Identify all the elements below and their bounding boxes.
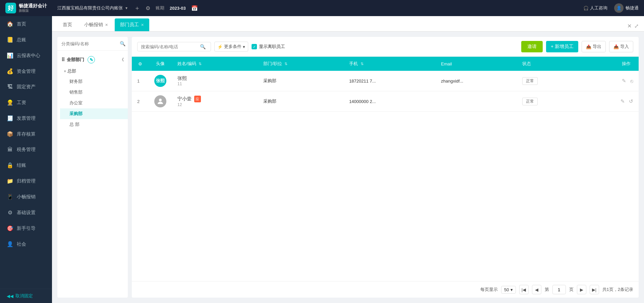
dept-panel: 🔍 ⠿ 全部部门 ✎ 《 ▾ 总部 财务部 xyxy=(57,37,128,298)
edit-employee-icon[interactable]: ✎ xyxy=(622,78,626,84)
prev-page-button[interactable]: ◀ xyxy=(532,285,541,294)
export-button[interactable]: 📤 导出 xyxy=(582,41,606,52)
sidebar-item-expense[interactable]: 📱 小畅报销 xyxy=(0,189,52,205)
sidebar-item-fixed-assets[interactable]: 🏗 固定资产 xyxy=(0,79,52,95)
row-status: 正常 xyxy=(517,71,581,91)
last-page-button[interactable]: ▶| xyxy=(590,285,599,294)
dept-finance[interactable]: 财务部 xyxy=(60,76,128,87)
col-name[interactable]: 姓名/编码 ⇅ xyxy=(172,57,258,71)
add-icon[interactable]: ＋ xyxy=(134,4,140,12)
sidebar-item-tax[interactable]: 🏛 税务管理 xyxy=(0,142,52,157)
close-window-icon[interactable]: ✕ xyxy=(627,23,632,29)
more-filter-button[interactable]: ⚡ 更多条件 ▾ xyxy=(214,42,248,52)
closing-icon: 🔒 xyxy=(7,162,13,168)
row-num: 1 xyxy=(132,71,149,91)
reports-icon: 📊 xyxy=(7,52,13,59)
sidebar-item-guide[interactable]: 🎯 新手引导 xyxy=(0,220,52,236)
company-selector[interactable]: 江西服宝精品有限责任公司内账张 ▾ xyxy=(57,5,127,11)
per-page-select[interactable]: 50 ▾ xyxy=(501,286,516,294)
checkbox-resigned[interactable]: ✓ xyxy=(252,44,257,49)
close-expense-tab-icon[interactable]: ✕ xyxy=(105,23,108,27)
dept-search-icon[interactable]: 🔍 xyxy=(120,41,125,46)
content-area: 首页 小畅报销 ✕ 部门员工 ✕ ✕ ⤢ 🔍 xyxy=(52,16,644,303)
page-content: 🔍 ⠿ 全部部门 ✎ 《 ▾ 总部 财务部 xyxy=(52,32,644,303)
dept-sales[interactable]: 销售部 xyxy=(60,87,128,98)
dept-purchasing[interactable]: 采购部 xyxy=(60,108,128,119)
pin-icon: ◀◀ xyxy=(7,294,13,299)
dept-search-input[interactable] xyxy=(61,41,118,46)
sidebar-label-social: 社会 xyxy=(17,241,26,247)
app-name: 畅捷通好会计 xyxy=(19,3,47,9)
main-layout: 🏠 首页 📒 总账 📊 云报表中心 💰 资金管理 🏗 固定资产 👷 工资 🧾 发… xyxy=(0,16,644,303)
dept-office[interactable]: 办公室 xyxy=(60,98,128,108)
sidebar-item-home[interactable]: 🏠 首页 xyxy=(0,16,52,32)
sidebar-item-closing[interactable]: 🔒 结账 xyxy=(0,157,52,173)
dept-group-headquarters: ▾ 总部 财务部 销售部 办公室 采购部 总 部 xyxy=(57,66,128,130)
close-dept-tab-icon[interactable]: ✕ xyxy=(141,23,144,27)
unpin-button[interactable]: ◀◀ 取消固定 xyxy=(0,289,52,303)
show-resigned-toggle[interactable]: ✓ 显示离职员工 xyxy=(252,44,285,50)
chevron-down-icon: ▾ xyxy=(125,6,127,10)
employee-code: 11 xyxy=(177,82,253,86)
ops-icons: ✎ ↺ xyxy=(586,98,633,104)
invite-button[interactable]: 邀请 xyxy=(521,41,543,52)
sidebar-label-fixed-assets: 固定资产 xyxy=(17,84,36,90)
first-page-button[interactable]: |◀ xyxy=(519,285,529,294)
row-avatar xyxy=(149,91,172,112)
user-info[interactable]: 👤 畅捷通 xyxy=(614,3,639,13)
tab-expense[interactable]: 小畅报销 ✕ xyxy=(79,18,113,31)
edit-employee-icon[interactable]: ✎ xyxy=(621,98,625,104)
add-employee-button[interactable]: + 新增员工 xyxy=(546,41,578,52)
next-page-button[interactable]: ▶ xyxy=(577,285,586,294)
sidebar-item-inventory[interactable]: 📦 库存核算 xyxy=(0,126,52,142)
sidebar-item-reports[interactable]: 📊 云报表中心 xyxy=(0,48,52,63)
row-ops: ✎ ⎋ xyxy=(581,71,639,91)
sidebar-item-archive[interactable]: 📁 归档管理 xyxy=(0,173,52,189)
dept-search-area: 🔍 xyxy=(57,37,128,51)
page-number-input[interactable] xyxy=(552,285,566,294)
col-settings[interactable]: ⚙ xyxy=(132,57,149,71)
employee-table: ⚙ 头像 姓名/编码 ⇅ 部门/职位 ⇅ 手机 ⇅ Email 状态 操作 xyxy=(132,57,639,281)
calendar-icon[interactable]: 📅 xyxy=(191,5,198,11)
col-phone[interactable]: 手机 ⇅ xyxy=(344,57,436,71)
employee-name: 宁小壹 应 xyxy=(177,96,253,102)
dept-group-title-headquarters[interactable]: ▾ 总部 xyxy=(60,66,128,76)
pin-label: 取消固定 xyxy=(15,293,33,299)
tab-dept-employee[interactable]: 部门员工 ✕ xyxy=(115,18,149,31)
employee-search-icon[interactable]: 🔍 xyxy=(200,44,206,49)
sidebar-item-salary[interactable]: 👷 工资 xyxy=(0,95,52,110)
dept-group-label: 总部 xyxy=(67,68,76,74)
employee-search-input[interactable] xyxy=(141,44,198,49)
service-label: 人工咨询 xyxy=(590,5,607,11)
sidebar-item-funds[interactable]: 💰 资金管理 xyxy=(0,63,52,79)
pagination-bar: 每页显示 50 ▾ |◀ ◀ 第 页 ▶ ▶| 共1页，2条记录 xyxy=(132,281,639,298)
sidebar-item-settings[interactable]: ⚙ 基础设置 xyxy=(0,205,52,220)
delete-employee-icon[interactable]: ↺ xyxy=(629,98,633,104)
sidebar-item-ledger[interactable]: 📒 总账 xyxy=(0,32,52,48)
tab-home[interactable]: 首页 xyxy=(57,18,77,31)
logo: 好 畅捷通好会计 旗舰版 xyxy=(5,3,57,13)
logout-employee-icon[interactable]: ⎋ xyxy=(630,78,633,84)
dept-hq[interactable]: 总 部 xyxy=(60,119,128,130)
import-button[interactable]: 📥 导入 xyxy=(609,41,633,52)
sidebar-item-social[interactable]: 👤 社会 xyxy=(0,236,52,252)
service-button[interactable]: 🎧 人工咨询 xyxy=(583,5,607,11)
all-dept-item[interactable]: ⠿ 全部部门 ✎ 《 xyxy=(57,53,128,66)
settings-icon[interactable]: ⚙ xyxy=(146,5,150,11)
sidebar-label-funds: 资金管理 xyxy=(17,68,36,74)
sidebar-label-closing: 结账 xyxy=(17,162,26,168)
total-label: 共1页，2条记录 xyxy=(602,287,633,293)
tab-expense-label: 小畅报销 xyxy=(84,22,103,28)
avatar: 张熙 xyxy=(154,75,166,87)
edit-dept-icon[interactable]: ✎ xyxy=(88,56,95,63)
per-page-label: 每页显示 xyxy=(480,287,498,293)
collapse-dept-icon[interactable]: 《 xyxy=(120,57,124,63)
app-edition: 旗舰版 xyxy=(19,8,47,13)
sidebar-item-invoice[interactable]: 🧾 发票管理 xyxy=(0,110,52,126)
status-badge: 正常 xyxy=(522,77,538,85)
row-num: 2 xyxy=(132,91,149,112)
maximize-icon[interactable]: ⤢ xyxy=(634,23,639,29)
sidebar-label-archive: 归档管理 xyxy=(17,178,36,184)
col-dept[interactable]: 部门/职位 ⇅ xyxy=(258,57,344,71)
dept-list: ⠿ 全部部门 ✎ 《 ▾ 总部 财务部 销售部 办公室 采购部 xyxy=(57,51,128,298)
